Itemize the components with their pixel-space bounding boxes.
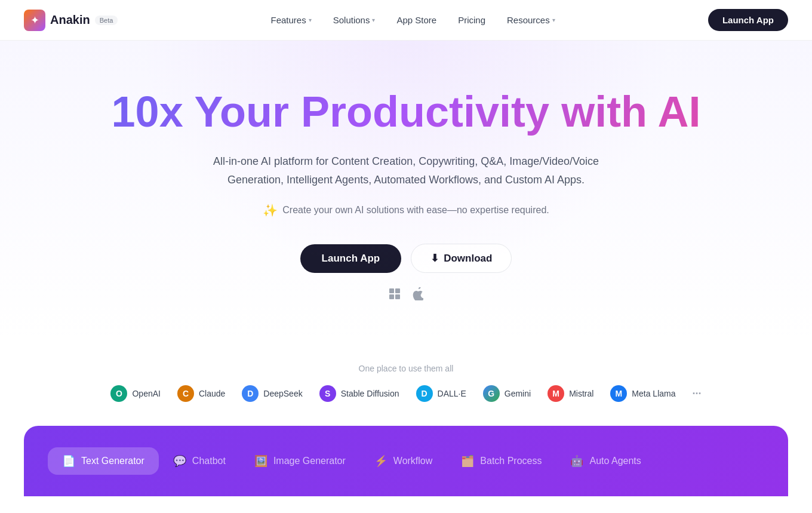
hero-buttons: Launch App ⬇ Download	[24, 244, 788, 273]
tab-text-generator[interactable]: 📄 Text Generator	[48, 447, 159, 475]
more-logos: ···	[693, 388, 702, 400]
nav-app-store[interactable]: App Store	[388, 10, 445, 30]
openai-label: OpenAI	[132, 389, 160, 398]
sd-icon: S	[319, 385, 336, 402]
ai-logo-meta[interactable]: M Meta Llama	[610, 385, 675, 402]
launch-app-button[interactable]: Launch App	[708, 9, 788, 31]
batch-process-icon: 🗂️	[461, 454, 474, 468]
tab-batch-process[interactable]: 🗂️ Batch Process	[447, 447, 556, 475]
chatbot-label: Chatbot	[192, 456, 226, 466]
logo-group[interactable]: ✦ Anakin Beta	[24, 10, 118, 31]
beta-badge: Beta	[95, 16, 118, 25]
text-generator-icon: 📄	[62, 454, 75, 468]
chevron-down-icon: ▾	[372, 17, 375, 23]
openai-icon: O	[110, 385, 127, 402]
image-generator-label: Image Generator	[273, 456, 346, 466]
hero-title: 10x Your Productivity with AI	[24, 88, 788, 136]
deepseek-label: DeepSeek	[263, 389, 302, 398]
ai-logos-label: One place to use them all	[24, 364, 788, 373]
ai-logo-deepseek[interactable]: D DeepSeek	[242, 385, 302, 402]
ai-logo-mistral[interactable]: M Mistral	[548, 385, 593, 402]
claude-label: Claude	[199, 389, 225, 398]
ai-logo-sd[interactable]: S Stable Diffusion	[319, 385, 399, 402]
auto-agents-label: Auto Agents	[589, 456, 641, 466]
logo-name: Anakin	[50, 13, 90, 27]
hero-sparkle-text: ✨ Create your own AI solutions with ease…	[24, 203, 788, 217]
nav-solutions[interactable]: Solutions ▾	[325, 10, 384, 30]
windows-icon	[389, 288, 401, 303]
batch-process-label: Batch Process	[480, 456, 542, 466]
nav-links: Features ▾ Solutions ▾ App Store Pricing…	[263, 10, 564, 30]
download-icon: ⬇	[430, 252, 439, 265]
workflow-icon: ⚡	[374, 454, 387, 468]
sparkle-icon: ✨	[263, 203, 278, 217]
svg-rect-3	[395, 294, 400, 299]
svg-rect-1	[395, 288, 400, 293]
tab-auto-agents[interactable]: 🤖 Auto Agents	[556, 447, 655, 475]
mistral-icon: M	[548, 385, 564, 402]
hero-launch-button[interactable]: Launch App	[300, 244, 402, 273]
chevron-down-icon: ▾	[552, 17, 555, 23]
feature-tabs-section: 📄 Text Generator 💬 Chatbot 🖼️ Image Gene…	[24, 426, 788, 496]
mistral-label: Mistral	[569, 389, 593, 398]
ai-logo-dalle[interactable]: D DALL·E	[416, 385, 466, 402]
workflow-label: Workflow	[393, 456, 433, 466]
apple-icon	[413, 287, 423, 304]
gemini-label: Gemini	[505, 389, 531, 398]
tab-image-generator[interactable]: 🖼️ Image Generator	[240, 447, 360, 475]
dalle-icon: D	[416, 385, 433, 402]
svg-rect-0	[389, 288, 394, 293]
svg-rect-2	[389, 294, 394, 299]
claude-icon: C	[177, 385, 194, 402]
dalle-label: DALL·E	[438, 389, 466, 398]
nav-resources[interactable]: Resources ▾	[499, 10, 564, 30]
meta-label: Meta Llama	[632, 389, 675, 398]
platform-icons-row	[24, 287, 788, 304]
nav-pricing[interactable]: Pricing	[450, 10, 494, 30]
nav-features[interactable]: Features ▾	[263, 10, 320, 30]
ai-logo-gemini[interactable]: G Gemini	[483, 385, 531, 402]
sd-label: Stable Diffusion	[341, 389, 399, 398]
text-generator-label: Text Generator	[81, 456, 144, 466]
ai-logos-row: O OpenAI C Claude D DeepSeek S Stable Di…	[24, 385, 788, 402]
hero-section: 10x Your Productivity with AI All-in-one…	[0, 41, 812, 340]
ai-logos-section: One place to use them all O OpenAI C Cla…	[0, 340, 812, 414]
tab-workflow[interactable]: ⚡ Workflow	[360, 447, 447, 475]
hero-subtitle: All-in-one AI platform for Content Creat…	[185, 152, 627, 189]
deepseek-icon: D	[242, 385, 259, 402]
chatbot-icon: 💬	[173, 454, 186, 468]
navbar: ✦ Anakin Beta Features ▾ Solutions ▾ App…	[0, 0, 812, 41]
image-generator-icon: 🖼️	[254, 454, 267, 468]
ai-logo-claude[interactable]: C Claude	[177, 385, 225, 402]
gemini-icon: G	[483, 385, 500, 402]
auto-agents-icon: 🤖	[570, 454, 583, 468]
ai-logo-openai[interactable]: O OpenAI	[110, 385, 160, 402]
meta-icon: M	[610, 385, 627, 402]
hero-download-button[interactable]: ⬇ Download	[411, 244, 512, 273]
logo-icon: ✦	[24, 10, 45, 31]
chevron-down-icon: ▾	[309, 17, 312, 23]
tab-chatbot[interactable]: 💬 Chatbot	[159, 447, 240, 475]
